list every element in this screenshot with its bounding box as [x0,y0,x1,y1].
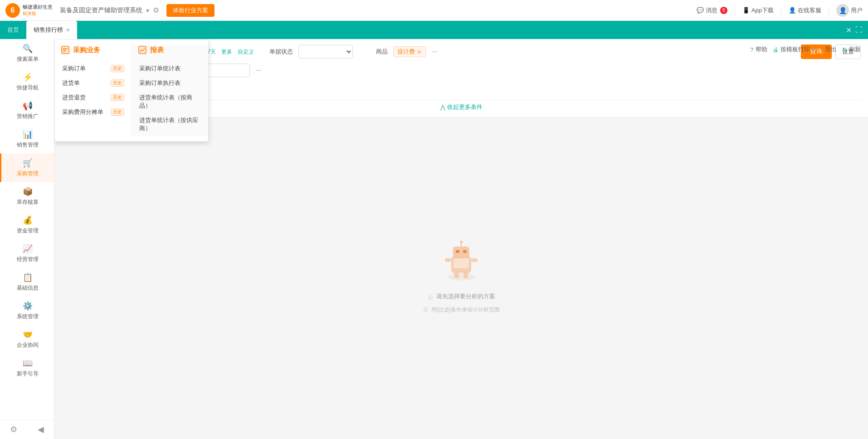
logo-icon: 6 [5,3,20,18]
sidebar-label-inventory: 库存核算 [17,198,39,206]
voucher-status-label: 单据状态 [268,48,293,56]
tab-sales-ranking[interactable]: 销售排行榜 ✕ [26,21,77,39]
sidebar-item-search[interactable]: 🔍 搜索菜单 [0,39,54,68]
tab-close-window-icon[interactable]: ✕ [846,26,852,35]
empty-hint-1: 请先选择要分析的方案 [436,292,495,301]
toolbar-right: ? 帮助 🖨 按模板打印 ▾ ↑ 导出 ↻ 刷新 [750,45,861,54]
svg-rect-1 [139,46,146,54]
empty-hint-1-bullet: ① [428,294,434,301]
sidebar-label-operations: 经营管理 [17,256,39,263]
shortcut-more[interactable]: 更多 [219,47,234,57]
collapse-btn-label: 收起更多条件 [447,103,483,111]
app-download-btn[interactable]: 📱 App下载 [742,6,774,15]
dropdown-menu: 采购业务 采购订单 历史 进货单 历史 进货退货 历史 [54,39,209,142]
sidebar-item-system[interactable]: ⚙️ 系统管理 [0,296,54,325]
dropdown-item-stock-in[interactable]: 进货单 历史 [60,76,126,90]
dropdown-label-stock-in-stat-goods: 进货单统计表（按商品） [139,94,201,110]
dropdown-item-expense[interactable]: 采购费用分摊单 历史 [60,105,126,119]
main-layout: 🔍 搜索菜单 ⚡ 快捷导航 📢 营销推广 📊 销售管理 🛒 采购管理 📦 库存核… [0,39,868,439]
goods-more-dots[interactable]: ··· [431,48,437,56]
dropdown-item-purchase-order-exec[interactable]: 采购订单执行表 [137,76,203,90]
notification-badge: 8 [720,7,727,14]
refresh-label: 刷新 [849,45,861,54]
svg-rect-5 [456,250,459,253]
dropdown-item-purchase-order[interactable]: 采购订单 历史 [60,61,126,76]
sidebar-item-cooperation[interactable]: 🤝 企业协同 [0,325,54,354]
sidebar-label-marketing: 营销推广 [17,113,39,120]
sidebar-item-guide[interactable]: 📖 新手引导 [0,354,54,382]
system-title-text: 装备及固定资产辅助管理系统 [60,6,142,15]
refresh-icon: ↻ [842,46,847,53]
sidebar-label-purchase: 采购管理 [17,170,39,178]
header-right: 💬 消息 8 📱 App下载 👤 在线客服 👤 用户 [697,4,863,17]
voucher-status-select[interactable] [298,45,353,59]
dropdown-item-stock-in-stat-goods[interactable]: 进货单统计表（按商品） [137,90,203,113]
svg-rect-4 [453,247,469,258]
print-icon: 🖨 [773,46,779,53]
nav-icon: ⚡ [23,72,33,82]
sidebar-label-search: 搜索菜单 [17,55,39,63]
sidebar-item-finance[interactable]: 💰 资金管理 [0,211,54,239]
guide-icon: 📖 [23,358,33,368]
goods-label: 商品 [363,48,388,56]
title-dropdown-arrow[interactable]: ▾ [146,7,149,14]
print-btn[interactable]: 🖨 按模板打印 ▾ [773,45,815,54]
online-service-btn[interactable]: 👤 在线客服 [789,6,821,15]
tab-sales-ranking-label: 销售排行榜 [34,26,63,34]
logo-sub-text: 标准版 [23,10,53,17]
cooperation-icon: 🤝 [23,330,33,340]
empty-hint-2-bullet: ② [423,306,429,313]
print-dropdown-icon[interactable]: ▾ [812,46,815,53]
salesperson-more-dots[interactable]: ··· [255,66,261,74]
dropdown-col2-title: 报表 [137,45,203,59]
shortcut-custom[interactable]: 自定义 [236,47,256,57]
logo-area: 6 畅捷通好生意 标准版 [5,3,60,18]
industry-btn[interactable]: 体验行业方案 [166,4,215,17]
sidebar-item-basic-info[interactable]: 📋 基础信息 [0,268,54,296]
sidebar-label-nav: 快捷导航 [17,84,39,92]
sidebar-item-sales[interactable]: 📊 销售管理 [0,125,54,153]
svg-point-8 [460,241,463,243]
tab-home[interactable]: 首页 [0,21,26,39]
user-btn[interactable]: 👤 用户 [836,4,863,17]
notification-btn[interactable]: 💬 消息 8 [697,6,727,15]
svg-point-2 [448,273,475,281]
empty-hint-1-row: ① 请先选择要分析的方案 [428,292,495,303]
sidebar-settings-btn[interactable]: ⚙ [10,424,17,434]
collapse-arrow-icon: ⋀ [440,104,445,111]
dropdown-label-expense: 采购费用分摊单 [62,108,103,116]
dropdown-badge-purchase-order: 历史 [111,65,124,72]
sidebar-bottom: ⚙ ◀ [0,419,54,439]
print-label: 按模板打印 [780,45,810,54]
divider-2 [781,6,781,15]
sidebar-item-purchase[interactable]: 🛒 采购管理 [0,153,54,182]
tab-close-icon[interactable]: ✕ [66,27,70,33]
report-icon [137,45,147,55]
refresh-btn[interactable]: ↻ 刷新 [842,45,861,54]
settings-icon[interactable]: ⚙ [153,6,159,15]
tab-fullscreen-icon[interactable]: ⛶ [855,26,863,34]
divider-3 [829,6,829,15]
operations-icon: 📈 [23,244,33,254]
message-icon: 💬 [697,7,704,14]
help-btn[interactable]: ? 帮助 [750,45,767,54]
svg-rect-12 [463,272,468,278]
service-icon: 👤 [789,7,796,14]
dropdown-item-return[interactable]: 进货退货 历史 [60,90,126,105]
marketing-icon: 📢 [23,101,33,111]
empty-hint-2-row: ② 用[过滤]条件来缩小分析范围 [423,306,500,314]
sidebar-item-operations[interactable]: 📈 经营管理 [0,239,54,268]
dropdown-item-stock-in-stat-supplier[interactable]: 进货单统计表（按供应商） [137,113,203,136]
sidebar-label-cooperation: 企业协同 [17,341,39,349]
sidebar-item-nav[interactable]: ⚡ 快捷导航 [0,68,54,96]
export-btn[interactable]: ↑ 导出 [820,45,837,54]
dropdown-badge-stock-in: 历史 [111,79,124,87]
goods-tag-close[interactable]: ✕ [417,49,422,55]
content-body: ① 请先选择要分析的方案 ② 用[过滤]条件来缩小分析范围 [54,117,868,435]
sidebar-collapse-btn[interactable]: ◀ [38,424,44,434]
sales-icon: 📊 [23,129,33,139]
sidebar-item-marketing[interactable]: 📢 营销推广 [0,96,54,125]
sidebar-item-inventory[interactable]: 📦 库存核算 [0,182,54,211]
dropdown-item-purchase-order-stat[interactable]: 采购订单统计表 [137,61,203,76]
user-label: 用户 [851,6,863,15]
